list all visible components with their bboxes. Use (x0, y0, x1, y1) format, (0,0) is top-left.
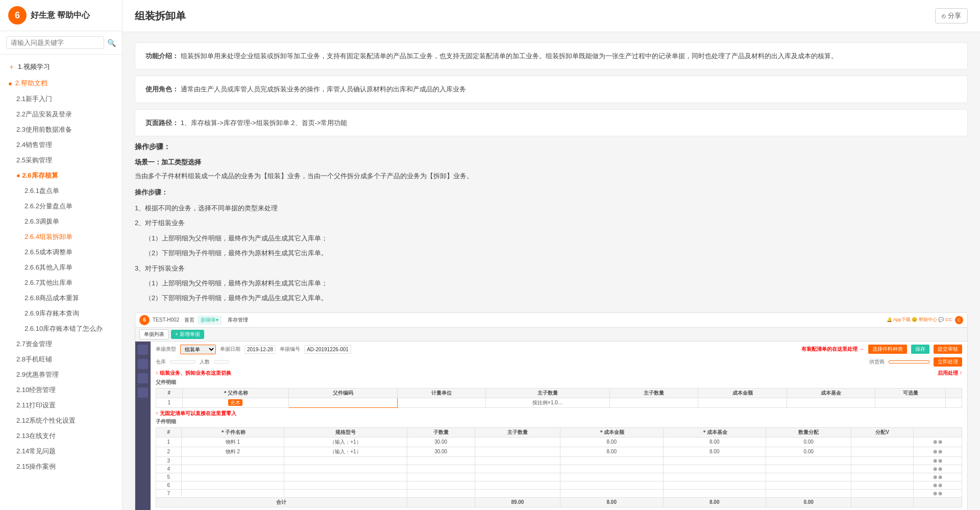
fake-type-label: 单据类型 (156, 346, 176, 353)
step3-1: （1）上部明细为父件明细，最终作为原材料生成其它出库单； (135, 277, 968, 289)
sidebar-item-inventory[interactable]: ● 2.6库存核算 (0, 168, 122, 183)
fake-btn-submit[interactable]: 提交审核 (934, 345, 962, 354)
sidebar-item-system-settings[interactable]: 2.12系统个性化设置 (0, 413, 122, 428)
fake-upper-table-label: 父件明细 (156, 379, 962, 386)
sidebar-item-assembly[interactable]: 2.6.4组装拆卸单 (0, 229, 122, 245)
sidebar-item-mobile[interactable]: 2.8手机旺铺 (0, 352, 122, 367)
fake-table-header-row: # ＊父件名称 父件编码 计量单位 主子数量 主子数量 成本金额 成本基金 可选 (156, 388, 962, 398)
function-intro-label: 功能介绍： (145, 52, 179, 60)
sidebar-logo: 6 好生意 帮助中心 (0, 0, 122, 31)
fake-form-row2: 仓库 人数 供货商 立即处理 (156, 357, 962, 367)
fake-supplier-input (889, 360, 929, 363)
fake-app: 6 TEST-H002 首页 新聊单▾ 库存管理 🔔 App下载 😊 帮助中心 … (135, 313, 967, 510)
sidebar-item-split-stocktake[interactable]: 2.6.2分量盘点单 (0, 199, 122, 214)
step2: 2、对于组装业务 (135, 217, 968, 229)
col-seq: # (156, 388, 183, 398)
sidebar-item-cost-adjust[interactable]: 2.6.5成本调整单 (0, 245, 122, 260)
fake-body: 单据类型 组装单 拆卸单 单据日期 2019-12-28 单据编号 AD-201… (135, 342, 967, 510)
step2-1: （1）上部明细为父件明细，最终作为产成品生成其它入库单； (135, 232, 968, 244)
sidebar-item-beginner[interactable]: 2.1新手入门 (0, 91, 122, 107)
fake-sidebar-icon2 (138, 359, 148, 369)
fake-lower-row7: 7 ⊕ ⊗ (156, 489, 962, 497)
sidebar-item-label: 2.帮助文档 (15, 79, 47, 88)
sidebar-item-install[interactable]: 2.2产品安装及登录 (0, 107, 122, 122)
fake-app-logo: 6 (139, 315, 150, 325)
app-logo-icon: 6 (8, 6, 27, 25)
sidebar-item-transfer[interactable]: 2.6.3调拨单 (0, 214, 122, 229)
search-input[interactable] (6, 36, 104, 49)
content-area: 功能介绍： 组装拆卸单用来处理企业组装或拆卸等加工业务，支持有固定装配清单的产品… (122, 32, 980, 510)
minus-icon: ● (16, 172, 22, 179)
sidebar-item-finance[interactable]: 2.7资金管理 (0, 336, 122, 352)
fake-btn-choose-bom[interactable]: 选择件料种类 (868, 345, 907, 354)
col-price: 主子数量 (610, 388, 698, 398)
sidebar-item-cases[interactable]: 2.15操作案例 (0, 459, 122, 474)
fake-sidebar-icon1 (138, 345, 148, 355)
fake-nav-active-tab: 新聊单▾ (198, 315, 222, 325)
sidebar-item-print[interactable]: 2.11打印设置 (0, 398, 122, 413)
fake-table-row: 1 光木 按比例×1.0… (156, 398, 962, 407)
expand-icon: ＋ (8, 62, 15, 71)
step1: 1、根据不同的业务，选择不同单据的类型来处理 (135, 202, 968, 214)
fake-type-select[interactable]: 组装单 拆卸单 (180, 345, 216, 354)
role-label: 使用角色： (145, 85, 179, 93)
collapse-icon: ● (8, 80, 12, 87)
fake-lower-row5: 5 ⊕ ⊗ (156, 473, 962, 481)
sidebar-item-ledger-fix[interactable]: 2.6.10库存账本错了怎么办 (0, 321, 122, 336)
fake-lower-row3: 3 ⊕ ⊗ (156, 456, 962, 465)
fake-app-bar: 6 TEST-H002 首页 新聊单▾ 库存管理 🔔 App下载 😊 帮助中心 … (135, 313, 967, 328)
sidebar-item-other-out[interactable]: 2.6.7其他出库单 (0, 275, 122, 290)
fake-annotation5-row: ↑ 无固定清单可以直接在这里置零入 (156, 410, 962, 417)
sidebar-item-coupon[interactable]: 2.9优惠券管理 (0, 367, 122, 382)
sidebar-item-operations[interactable]: 2.10经营管理 (0, 382, 122, 398)
page-header: 组装拆卸单 ⎋ 分享 (122, 0, 980, 32)
role-text: 通常由生产人员或库管人员完成拆装业务的操作，库管人员确认原材料的出库和产成品的入… (181, 85, 466, 93)
fake-user-avatar: C (955, 316, 963, 324)
sidebar-item-video-learning[interactable]: ＋ 1.视频学习 (0, 59, 122, 75)
col-unit: 计量单位 (397, 388, 485, 398)
sidebar-item-sales[interactable]: 2.4销售管理 (0, 137, 122, 153)
function-intro-text: 组装拆卸单用来处理企业组装或拆卸等加工业务，支持有固定装配清单的产品加工业务，也… (181, 52, 838, 60)
main-panel: 组装拆卸单 ⎋ 分享 功能介绍： 组装拆卸单用来处理企业组装或拆卸等加工业务，支… (122, 0, 980, 510)
sidebar-item-stocktake[interactable]: 2.6.1盘点单 (0, 183, 122, 199)
path-label: 页面路径： (145, 119, 179, 127)
sidebar-item-online-payment[interactable]: 2.13在线支付 (0, 428, 122, 444)
sidebar-item-ledger-query[interactable]: 2.6.9库存账本查询 (0, 306, 122, 321)
fake-lower-row4: 4 ⊕ ⊗ (156, 465, 962, 473)
ops-steps-title: 操作步骤： (135, 186, 968, 198)
fake-annotation1: 有装配清单的在这里处理 → (801, 346, 864, 353)
sidebar-item-cost-recalc[interactable]: 2.6.8商品成本重算 (0, 290, 122, 306)
page-title: 组装拆卸单 (135, 9, 186, 23)
fake-lower-row6: 6 ⊕ ⊗ (156, 481, 962, 489)
share-icon: ⎋ (942, 12, 946, 20)
fake-upper-table: # ＊父件名称 父件编码 计量单位 主子数量 主子数量 成本金额 成本基金 可选 (156, 388, 962, 408)
fake-form-top: 单据类型 组装单 拆卸单 单据日期 2019-12-28 单据编号 AD-201… (156, 345, 962, 354)
col-qty: 主子数量 (485, 388, 609, 398)
fake-tab-row: 单据列表 + 新增单据 (135, 328, 967, 342)
sidebar-item-other-in[interactable]: 2.6.6其他入库单 (0, 260, 122, 275)
sidebar-item-purchase[interactable]: 2.5采购管理 (0, 153, 122, 168)
fake-btn-save[interactable]: 保存 (911, 345, 929, 354)
sidebar-item-data-prep[interactable]: 2.3使用前数据准备 (0, 122, 122, 137)
scene1-intro: 当由多个子件材料组装成一个成品的业务为【组装】业务，当由一个父件拆分成多个子产品… (135, 170, 968, 182)
scene1-title: 场景一：加工类型选择 (135, 158, 968, 167)
col-ops (946, 388, 962, 398)
screenshot-wrapper: 6 TEST-H002 首页 新聊单▾ 库存管理 🔔 App下载 😊 帮助中心 … (135, 312, 968, 510)
fake-number-value: AD-20191226-001 (304, 345, 351, 354)
sidebar-item-label: 1.视频学习 (18, 62, 50, 71)
screenshot-inner: 6 TEST-H002 首页 新聊单▾ 库存管理 🔔 App下载 😊 帮助中心 … (135, 313, 967, 510)
share-button[interactable]: ⎋ 分享 (935, 8, 968, 23)
search-box[interactable]: 🔍 (0, 31, 122, 55)
col-goods: ＊父件名称 (182, 388, 289, 398)
col-available: 可选量 (875, 388, 946, 398)
fake-btn-confirm-enable[interactable]: 立即处理 (934, 357, 962, 367)
fake-sidebar-icon4 (138, 387, 148, 398)
ops-title: 操作步骤： (135, 142, 968, 152)
sidebar-item-help-docs[interactable]: ● 2.帮助文档 (0, 75, 122, 91)
fake-lower-table: # ＊子件名称 规格型号 子数量 主子数量 ＊成本金额 ＊成本基金 数量分配 分 (156, 427, 962, 507)
sidebar-item-faq[interactable]: 2.14常见问题 (0, 444, 122, 459)
role-block: 使用角色： 通常由生产人员或库管人员完成拆装业务的操作，库管人员确认原材料的出库… (135, 76, 968, 103)
search-icon[interactable]: 🔍 (107, 39, 116, 47)
fake-lower-header: # ＊子件名称 规格型号 子数量 主子数量 ＊成本金额 ＊成本基金 数量分配 分 (156, 427, 962, 437)
sidebar: 6 好生意 帮助中心 🔍 ＋ 1.视频学习 ● 2.帮助文档 2.1新手入门 2… (0, 0, 122, 510)
